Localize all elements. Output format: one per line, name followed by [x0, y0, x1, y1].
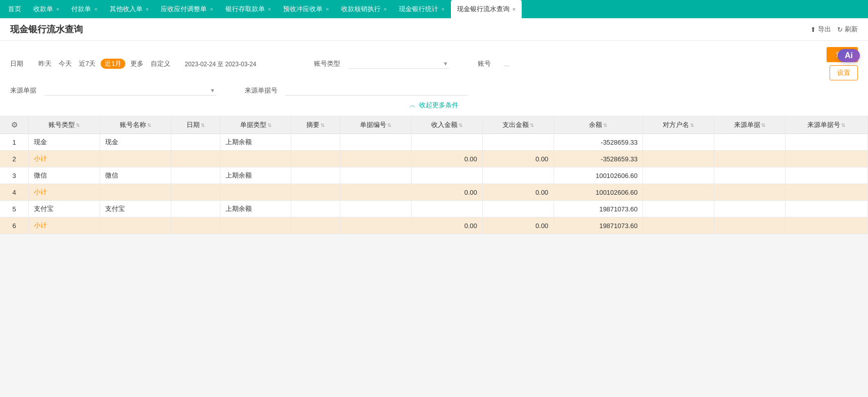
- close-icon[interactable]: ×: [146, 6, 149, 12]
- tab-fukuandan[interactable]: 付款单 ×: [65, 0, 103, 18]
- sort-icon: ⇅: [530, 122, 534, 128]
- sort-icon: ⇅: [761, 122, 765, 128]
- tab-xianjinyinhang-query[interactable]: 现金银行流水查询 ×: [451, 0, 522, 18]
- table-row[interactable]: 1现金现金上期余额-3528659.33: [0, 134, 868, 151]
- table-row[interactable]: 4小计0.000.00100102606.60: [0, 184, 868, 201]
- col-summary[interactable]: 摘要⇅: [291, 116, 340, 134]
- sort-icon: ⇅: [841, 122, 845, 128]
- tab-yushouchong[interactable]: 预收冲应收单 ×: [277, 0, 335, 18]
- col-source-doc[interactable]: 来源单据⇅: [714, 116, 786, 134]
- tab-shoukuanhexiao[interactable]: 收款核销执行 ×: [335, 0, 393, 18]
- col-date[interactable]: 日期⇅: [171, 116, 220, 134]
- col-doc-type[interactable]: 单据类型⇅: [220, 116, 291, 134]
- date-range: 2023-02-24 至 2023-03-24: [185, 60, 286, 69]
- source-doc-label: 来源单据: [10, 86, 36, 95]
- account-label: 账号: [478, 59, 496, 68]
- date-more[interactable]: 更多: [128, 59, 146, 69]
- tab-shoukuandan[interactable]: 收款单 ×: [27, 0, 65, 18]
- date-7days[interactable]: 近7天: [77, 59, 98, 69]
- sort-icon: ⇅: [603, 122, 607, 128]
- col-income[interactable]: 收入金额⇅: [411, 116, 482, 134]
- settings-button[interactable]: 设置: [830, 65, 858, 80]
- sort-icon: ⇅: [201, 122, 205, 128]
- chevron-up-icon: ︿: [409, 101, 416, 110]
- sort-icon: ⇅: [76, 122, 80, 128]
- source-doc-no-input[interactable]: [286, 85, 468, 96]
- table-container: ⚙ 账号类型⇅ 账号名称⇅ 日期⇅ 单据类型⇅ 摘要⇅ 单据编号⇅ 收入金额⇅ …: [0, 116, 868, 234]
- col-source-doc-no[interactable]: 来源单据号⇅: [785, 116, 867, 134]
- close-icon[interactable]: ×: [513, 6, 516, 12]
- table-row[interactable]: 3微信微信上期余额100102606.60: [0, 167, 868, 184]
- close-icon[interactable]: ×: [326, 6, 329, 12]
- table-row[interactable]: 5支付宝支付宝上期余额19871073.60: [0, 201, 868, 217]
- date-custom[interactable]: 自定义: [149, 59, 172, 69]
- date-1month[interactable]: 近1月: [101, 59, 125, 69]
- close-icon[interactable]: ×: [210, 6, 213, 12]
- top-nav: 首页 收款单 × 付款单 × 其他收入单 × 应收应付调整单 × 银行存取款单 …: [0, 0, 868, 18]
- export-icon: ⬆: [810, 26, 816, 33]
- close-icon[interactable]: ×: [94, 6, 97, 12]
- table-row[interactable]: 2小计0.000.00-3528659.33: [0, 151, 868, 167]
- collapse-bar[interactable]: ︿ 收起更多条件: [10, 101, 858, 110]
- table-row[interactable]: 6小计0.000.0019871073.60: [0, 217, 868, 234]
- data-table: ⚙ 账号类型⇅ 账号名称⇅ 日期⇅ 单据类型⇅ 摘要⇅ 单据编号⇅ 收入金额⇅ …: [0, 116, 868, 234]
- sort-icon: ⇅: [459, 122, 463, 128]
- date-today[interactable]: 今天: [57, 59, 74, 69]
- sort-icon: ⇅: [321, 122, 325, 128]
- col-balance[interactable]: 余额⇅: [554, 116, 643, 134]
- sort-icon: ⇅: [690, 122, 694, 128]
- table-header-row: ⚙ 账号类型⇅ 账号名称⇅ 日期⇅ 单据类型⇅ 摘要⇅ 单据编号⇅ 收入金额⇅ …: [0, 116, 868, 134]
- tab-yingshouyingfu[interactable]: 应收应付调整单 ×: [155, 0, 219, 18]
- header-actions: ⬆ 导出 ↻ 刷新: [810, 25, 858, 34]
- account-dots[interactable]: ...: [504, 60, 510, 68]
- refresh-icon: ↻: [837, 26, 843, 33]
- close-icon[interactable]: ×: [384, 6, 387, 12]
- account-type-select[interactable]: ▾: [348, 59, 449, 69]
- page-title: 现金银行流水查询: [10, 23, 83, 35]
- filter-area: 日期 昨天 今天 近7天 近1月 更多 自定义 2023-02-24 至 202…: [0, 41, 868, 116]
- date-label: 日期: [10, 59, 28, 68]
- close-icon[interactable]: ×: [56, 6, 59, 12]
- export-button[interactable]: ⬆ 导出: [810, 25, 831, 34]
- page-header: 现金银行流水查询 ⬆ 导出 ↻ 刷新: [0, 18, 868, 41]
- refresh-button[interactable]: ↻ 刷新: [837, 25, 858, 34]
- account-type-label: 账号类型: [314, 59, 340, 68]
- chevron-down-icon: ▾: [211, 86, 214, 94]
- col-counterpart[interactable]: 对方户名⇅: [643, 116, 714, 134]
- col-expense[interactable]: 支出金额⇅: [482, 116, 554, 134]
- chevron-down-icon: ▾: [444, 60, 447, 67]
- sort-icon: ⇅: [267, 122, 271, 128]
- date-yesterday[interactable]: 昨天: [36, 59, 54, 69]
- tab-xianjinyinhang-stat[interactable]: 现金银行统计 ×: [393, 0, 450, 18]
- nav-home[interactable]: 首页: [2, 0, 27, 18]
- filter-row-source: 来源单据 ▾ 来源单据号: [10, 85, 858, 96]
- sort-icon: ⇅: [147, 122, 151, 128]
- col-doc-no[interactable]: 单据编号⇅: [340, 116, 412, 134]
- sort-icon: ⇅: [387, 122, 391, 128]
- date-shortcuts: 昨天 今天 近7天 近1月 更多 自定义: [36, 59, 172, 69]
- source-doc-no-label: 来源单据号: [245, 86, 278, 95]
- tab-yinhangcunqu[interactable]: 银行存取款单 ×: [219, 0, 277, 18]
- filter-row-date: 日期 昨天 今天 近7天 近1月 更多 自定义 2023-02-24 至 202…: [10, 47, 858, 80]
- col-account-name[interactable]: 账号名称⇅: [100, 116, 171, 134]
- source-doc-select[interactable]: ▾: [44, 85, 216, 96]
- col-settings[interactable]: ⚙: [0, 116, 29, 134]
- close-icon[interactable]: ×: [441, 6, 444, 12]
- ai-badge[interactable]: Ai: [838, 49, 860, 62]
- col-account-type[interactable]: 账号类型⇅: [29, 116, 100, 134]
- settings-icon[interactable]: ⚙: [11, 120, 18, 129]
- close-icon[interactable]: ×: [268, 6, 271, 12]
- tab-qitashouruda[interactable]: 其他收入单 ×: [104, 0, 155, 18]
